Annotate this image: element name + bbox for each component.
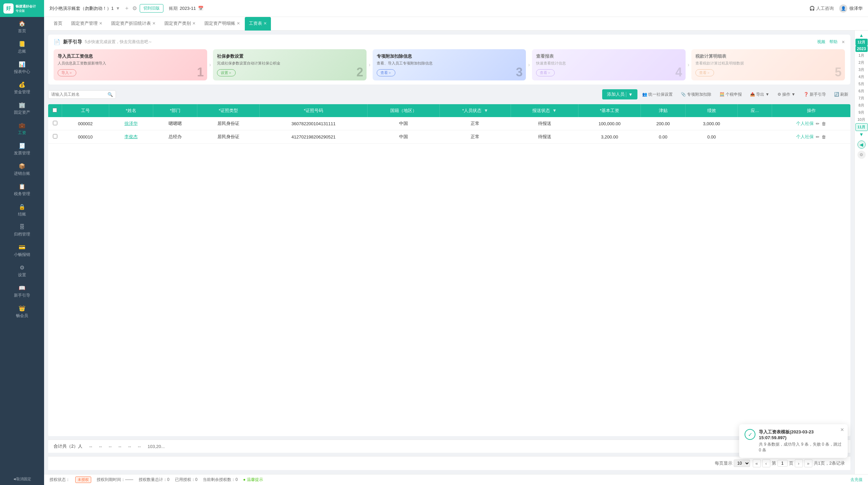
tab-home[interactable]: 首页	[50, 17, 66, 31]
unified-social-insurance-button[interactable]: 👥 统一社保设置	[640, 90, 675, 99]
row-1-checkbox-cell[interactable]	[48, 117, 62, 130]
select-all-checkbox[interactable]	[53, 108, 57, 112]
toast-close-button[interactable]: ✕	[840, 427, 844, 432]
add-account-button[interactable]: ＋	[124, 5, 130, 12]
toolbar: 🔍 添加人员 ▼ 👥 统一社保设置 📎 专项附加扣除	[48, 88, 850, 101]
row-2-report-status: 待报送	[511, 130, 578, 144]
per-page-select[interactable]: 10 20 50	[734, 460, 750, 467]
add-employee-dropdown[interactable]: ▼	[626, 92, 633, 97]
row-2-delete-icon[interactable]: 🗑	[822, 134, 826, 139]
special-deduction-button[interactable]: 📎 专项附加扣除	[679, 90, 713, 99]
tab-category[interactable]: 固定资产类别 ✕	[160, 17, 200, 31]
sidebar-item-guide[interactable]: 📖 新手引导	[0, 281, 44, 302]
tab-close-salary[interactable]: ✕	[263, 21, 267, 26]
sidebar-item-ledger[interactable]: 📒 总账	[0, 37, 44, 58]
row-2-checkbox-cell[interactable]	[48, 130, 62, 144]
add-employee-button[interactable]: 添加人员 ▼	[602, 89, 637, 99]
row-2-edit-icon[interactable]: ✏	[816, 134, 820, 139]
calendar-month-3[interactable]: 3月	[855, 66, 868, 73]
select-all-header[interactable]	[48, 104, 62, 117]
col-status[interactable]: *人员状态 ▼	[440, 104, 511, 117]
tab-salary-table[interactable]: 工资表 ✕	[245, 17, 271, 31]
tab-depreciation[interactable]: 固定资产折旧统计表 ✕	[107, 17, 160, 31]
sidebar-item-reports[interactable]: 📊 报表中心	[0, 58, 44, 78]
tab-fixed-assets[interactable]: 固定资产管理 ✕	[67, 17, 106, 31]
report-filter-icon[interactable]: ▼	[552, 108, 557, 113]
export-button[interactable]: 📤 导出 ▼	[748, 90, 771, 99]
sidebar-item-home[interactable]: 🏠 首页	[0, 17, 44, 37]
sidebar-item-invoice[interactable]: 🧾 发票管理	[0, 139, 44, 160]
guide-close-button[interactable]: ✕	[842, 40, 845, 44]
calendar-month-4[interactable]: 4月	[855, 73, 868, 80]
header-right: 🎧 人工咨询 👤 徐泽华	[809, 4, 863, 13]
guide-step-3-btn[interactable]: 查看＞	[377, 69, 395, 76]
guide-video-link[interactable]: 视频	[817, 39, 825, 45]
row-2-actions: 个人社保 ✏ 🗑	[772, 130, 850, 144]
row-1-social-insurance-link[interactable]: 个人社保	[796, 120, 814, 127]
tab-close-category[interactable]: ✕	[192, 21, 196, 26]
refresh-button[interactable]: 🔄 刷新	[832, 90, 850, 99]
row-1-delete-icon[interactable]: 🗑	[822, 121, 826, 126]
panel-settings-button[interactable]: ⚙	[857, 151, 866, 159]
tab-close-details[interactable]: ✕	[237, 21, 240, 26]
calendar-month-1[interactable]: 1月	[855, 52, 868, 59]
sidebar-item-closing[interactable]: 🔒 结账	[0, 200, 44, 221]
recharge-link[interactable]: 去充值	[850, 477, 863, 483]
guide-step-5-btn[interactable]: 查看＞	[695, 69, 714, 76]
switch-version-button[interactable]: 切到旧版	[140, 4, 163, 13]
page-input[interactable]	[777, 460, 788, 467]
tab-details[interactable]: 固定资产明细账 ✕	[200, 17, 244, 31]
row-2-checkbox[interactable]	[53, 134, 57, 138]
calendar-nav-down[interactable]: ▼	[859, 132, 864, 137]
tax-declaration-button[interactable]: 🧮 个税申报	[717, 90, 744, 99]
sidebar-item-fixed-assets[interactable]: 🏢 固定资产	[0, 98, 44, 119]
last-page-button[interactable]: »	[804, 459, 812, 467]
row-2-name-link[interactable]: 李俊杰	[124, 134, 138, 139]
calendar-month-5[interactable]: 5月	[855, 80, 868, 88]
row-1-checkbox[interactable]	[53, 121, 57, 125]
sidebar-item-vip[interactable]: 👑 畅会员	[0, 302, 44, 322]
calendar-month-7[interactable]: 7月	[855, 95, 868, 102]
col-report-status[interactable]: 报送状态 ▼	[511, 104, 578, 117]
unpin-button[interactable]: ◄取消固定	[13, 477, 32, 482]
guide-step-1-btn[interactable]: 导入＞	[58, 69, 76, 76]
status-filter-icon[interactable]: ▼	[484, 108, 488, 113]
sidebar-item-settings[interactable]: ⚙ 设置	[0, 261, 44, 281]
calendar-month-10[interactable]: 10月	[855, 116, 868, 123]
guide-step-4-btn[interactable]: 查看＞	[536, 69, 555, 76]
account-dropdown-icon[interactable]: ▼	[116, 6, 120, 11]
user-menu[interactable]: 👤 徐泽华	[839, 4, 863, 13]
calendar-month-12[interactable]: 12月	[855, 39, 868, 46]
row-2-action-btns: 个人社保 ✏ 🗑	[776, 134, 846, 140]
prev-page-button[interactable]: ‹	[762, 459, 770, 467]
calendar-nav-up[interactable]: ▲	[859, 33, 864, 38]
service-button[interactable]: 🎧 人工咨询	[809, 5, 834, 12]
newbie-guide-button[interactable]: ❓ 新手引导	[802, 90, 828, 99]
calendar-month-2[interactable]: 2月	[855, 59, 868, 66]
search-input[interactable]	[51, 92, 106, 97]
calendar-icon[interactable]: 📅	[198, 6, 203, 11]
calendar-month-11[interactable]: 11月	[855, 123, 868, 131]
first-page-button[interactable]: «	[753, 459, 761, 467]
operations-button[interactable]: ⚙ 操作 ▼	[775, 90, 797, 99]
sidebar-item-tax[interactable]: 📋 税务管理	[0, 180, 44, 200]
calendar-month-8[interactable]: 8月	[855, 102, 868, 109]
row-2-social-insurance-link[interactable]: 个人社保	[796, 134, 814, 140]
sidebar-item-inventory[interactable]: 📦 进销台账	[0, 160, 44, 180]
sidebar-item-expense[interactable]: 💳 小畅报销	[0, 241, 44, 261]
guide-step-2-btn[interactable]: 设置＞	[217, 69, 236, 76]
sidebar-item-salary[interactable]: 💼 工资	[0, 119, 44, 139]
calendar-month-9[interactable]: 9月	[855, 109, 868, 116]
calendar-month-6[interactable]: 6月	[855, 88, 868, 95]
account-settings-button[interactable]: ⚙	[132, 5, 137, 12]
sidebar-item-archive[interactable]: 🗄 归档管理	[0, 221, 44, 241]
tab-close-fixed-assets[interactable]: ✕	[99, 21, 102, 26]
row-1-name-link[interactable]: 徐泽华	[124, 121, 138, 126]
next-page-button[interactable]: ›	[795, 459, 803, 467]
tab-close-depreciation[interactable]: ✕	[152, 21, 156, 26]
row-1-edit-icon[interactable]: ✏	[816, 121, 820, 126]
guide-help-link[interactable]: 帮助	[829, 39, 837, 45]
calendar-year-2023[interactable]: 2023	[855, 46, 868, 52]
sidebar-item-funds[interactable]: 💰 资金管理	[0, 78, 44, 98]
panel-expand-button[interactable]: ◀	[857, 141, 866, 149]
